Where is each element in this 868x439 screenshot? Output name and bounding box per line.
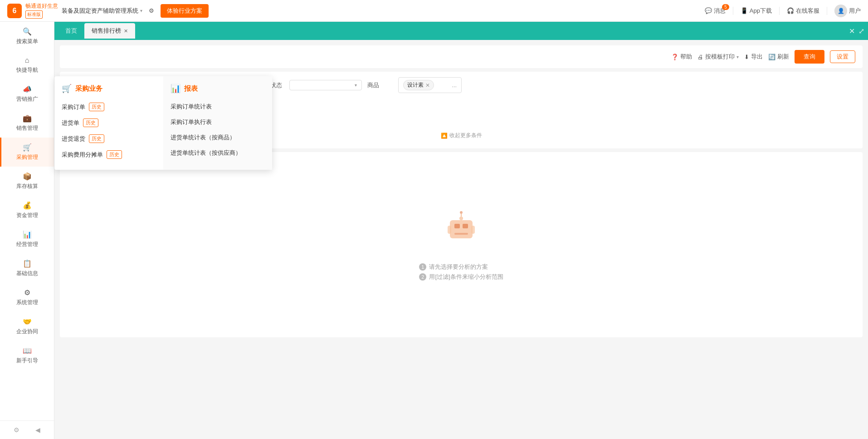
print-dropdown-icon: ▾ <box>736 54 739 59</box>
sidebar-label-purchase: 采购管理 <box>16 153 38 161</box>
logo-name: 畅通道好生意 <box>25 3 58 10</box>
svg-point-8 <box>460 211 463 214</box>
settings-button[interactable]: 设置 <box>830 50 855 63</box>
marketing-icon: 📣 <box>23 85 32 94</box>
sidebar-item-guide[interactable]: 📖 新手引导 <box>0 341 54 370</box>
purchase-report-col: 📊 报表 采购订单统计表 采购订单执行表 进货单统计表（按商品） <box>163 76 272 170</box>
system-title-dropdown[interactable]: 装备及固定资产辅助管理系统 ▾ <box>62 7 142 15</box>
avatar: 👤 <box>834 5 847 17</box>
sidebar-settings-icon[interactable]: ⚙ <box>14 426 20 434</box>
sidebar-label-system: 系统管理 <box>16 299 38 306</box>
search-icon: 🔍 <box>23 27 32 36</box>
sidebar-item-basic-info[interactable]: 📋 基础信息 <box>0 254 54 283</box>
sidebar-label-quick-nav: 快捷导航 <box>16 66 38 74</box>
export-icon: ⬇ <box>744 54 749 60</box>
sidebar-item-sales[interactable]: 💼 销售管理 <box>0 109 54 138</box>
tab-home-label: 首页 <box>65 27 77 35</box>
purchase-business-label: 采购业务 <box>75 84 102 93</box>
toolbar: ❓ 帮助 🖨 按模板打印 ▾ ⬇ 导出 🔄 刷新 查询 设置 <box>60 45 863 68</box>
logo-icon: 6 <box>7 4 22 18</box>
online-service-action[interactable]: 🎧 在线客服 <box>787 7 819 15</box>
message-action[interactable]: 💬 消息 5 <box>705 7 726 15</box>
voucher-status-input[interactable]: ▾ <box>289 80 362 90</box>
svg-rect-5 <box>454 233 468 235</box>
logo: 6 畅通道好生意 标准版 <box>7 3 62 19</box>
tab-sales-rank-label: 销售排行榜 <box>92 27 121 35</box>
user-action[interactable]: 👤 用户 <box>834 5 861 17</box>
menu-item-order-exec[interactable]: 采购订单执行表 <box>171 114 265 130</box>
sidebar-item-inventory[interactable]: 📦 库存核算 <box>0 167 54 196</box>
svg-rect-0 <box>450 220 473 238</box>
print-btn[interactable]: 🖨 按模板打印 ▾ <box>697 53 739 61</box>
sidebar-item-finance[interactable]: 💰 资金管理 <box>0 196 54 225</box>
collapse-icon: 🔼 <box>441 133 448 139</box>
empty-hint-2: 2 用[过滤]条件来缩小分析范围 <box>419 273 503 281</box>
empty-hints: 1 请先选择要分析的方案 2 用[过滤]条件来缩小分析范围 <box>419 261 503 283</box>
topbar-right: 💬 消息 5 📱 App下载 🎧 在线客服 👤 用户 <box>705 5 861 17</box>
menu-item-purchase-expense[interactable]: 采购费用分摊单 历史 <box>62 147 156 163</box>
sidebar-item-system[interactable]: ⚙ 系统管理 <box>0 283 54 312</box>
sidebar-item-search[interactable]: 🔍 搜索菜单 <box>0 22 54 51</box>
sidebar-item-marketing[interactable]: 📣 营销推广 <box>0 79 54 109</box>
logo-badge: 标准版 <box>25 10 43 19</box>
help-btn[interactable]: ❓ 帮助 <box>671 53 692 61</box>
report-menu-icon: 📊 <box>171 84 180 94</box>
menu-item-order-stats[interactable]: 采购订单统计表 <box>171 99 265 114</box>
goods-input[interactable]: 设计素 ✕ ... <box>398 77 462 93</box>
sidebar-item-operation[interactable]: 📊 经营管理 <box>0 225 54 254</box>
tabbar-fullscreen-icon[interactable]: ⤢ <box>858 27 864 35</box>
goods-more: ... <box>452 82 457 89</box>
sidebar-collapse-icon[interactable]: ◀ <box>35 426 40 434</box>
tab-close-icon[interactable]: ✕ <box>124 28 128 34</box>
home-icon: ⌂ <box>25 56 29 64</box>
goods-tag-close-icon[interactable]: ✕ <box>425 82 430 89</box>
empty-hint-1: 1 请先选择要分析的方案 <box>419 263 503 271</box>
layout: 🔍 搜索菜单 ⌂ 快捷导航 📣 营销推广 💼 销售管理 🛒 采购管理 📦 <box>0 22 868 343</box>
refresh-btn[interactable]: 🔄 刷新 <box>768 53 789 61</box>
system-settings-icon[interactable]: ⚙ <box>146 5 157 16</box>
separator <box>733 7 733 15</box>
sidebar-item-enterprise[interactable]: 🤝 企业协同 <box>0 312 54 341</box>
separator3 <box>827 7 827 15</box>
export-btn[interactable]: ⬇ 导出 <box>744 53 763 61</box>
phone-icon: 📱 <box>741 7 748 14</box>
main-content: 首页 销售排行榜 ✕ ✕ ⤢ 🛒 采购业务 <box>54 22 868 343</box>
sidebar-label-operation: 经营管理 <box>16 241 38 248</box>
empty-illustration <box>439 207 484 252</box>
menu-item-purchase-order[interactable]: 采购订单 历史 <box>62 99 156 115</box>
purchase-business-col: 🛒 采购业务 采购订单 历史 进货单 历史 进货退货 <box>54 76 163 170</box>
sidebar-label-guide: 新手引导 <box>16 357 38 365</box>
empty-state: 1 请先选择要分析的方案 2 用[过滤]条件来缩小分析范围 <box>78 170 844 319</box>
message-icon: 💬 <box>705 7 712 14</box>
query-button[interactable]: 查询 <box>795 50 824 64</box>
print-icon: 🖨 <box>697 54 703 60</box>
active-indicator <box>0 138 1 167</box>
voucher-status-dropdown-icon: ▾ <box>355 83 357 88</box>
app-download-action[interactable]: 📱 App下载 <box>741 7 772 15</box>
menu-item-incoming[interactable]: 进货单 历史 <box>62 115 156 131</box>
sidebar-label-marketing: 营销推广 <box>16 95 38 103</box>
tab-sales-rank[interactable]: 销售排行榜 ✕ <box>84 23 135 39</box>
history-badge-3: 历史 <box>107 150 122 159</box>
svg-rect-4 <box>471 226 475 234</box>
menu-item-incoming-return[interactable]: 进货退货 历史 <box>62 131 156 147</box>
menu-item-incoming-stats-supplier[interactable]: 进货单统计表（按供应商） <box>171 145 265 161</box>
filter-voucher-status: 单据状态 ▾ <box>258 80 362 90</box>
sidebar-label-sales: 销售管理 <box>16 124 38 132</box>
industry-btn[interactable]: 体验行业方案 <box>161 4 209 18</box>
tab-home[interactable]: 首页 <box>58 23 84 39</box>
sidebar-label-search: 搜索菜单 <box>16 38 38 45</box>
sidebar-label-basic-info: 基础信息 <box>16 270 38 277</box>
sidebar-item-quick-nav[interactable]: ⌂ 快捷导航 <box>0 51 54 79</box>
dropdown-arrow-icon: ▾ <box>140 8 142 13</box>
tabbar-close-all-icon[interactable]: ✕ <box>849 27 855 35</box>
sidebar-item-purchase[interactable]: 🛒 采购管理 <box>0 138 54 167</box>
operation-icon: 📊 <box>23 230 32 239</box>
sidebar: 🔍 搜索菜单 ⌂ 快捷导航 📣 营销推广 💼 销售管理 🛒 采购管理 📦 <box>0 22 54 439</box>
result-area: 1 请先选择要分析的方案 2 用[过滤]条件来缩小分析范围 <box>60 152 863 337</box>
purchase-report-title: 📊 报表 <box>171 84 265 94</box>
sidebar-label-inventory: 库存核算 <box>16 183 38 190</box>
sidebar-label-finance: 资金管理 <box>16 212 38 219</box>
menu-item-incoming-stats-goods[interactable]: 进货单统计表（按商品） <box>171 130 265 145</box>
sidebar-nav: 🔍 搜索菜单 ⌂ 快捷导航 📣 营销推广 💼 销售管理 🛒 采购管理 📦 <box>0 22 54 420</box>
